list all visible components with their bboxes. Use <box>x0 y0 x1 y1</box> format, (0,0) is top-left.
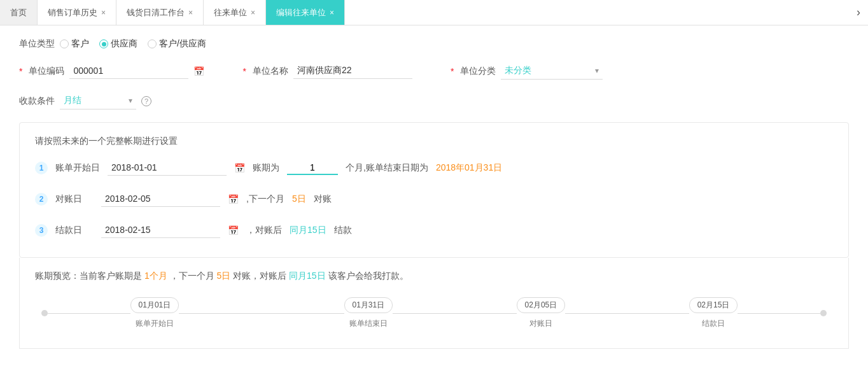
period-row3-highlight: 同月15日 <box>290 225 326 236</box>
period-month-suffix: 个月,账单结束日期为 <box>346 162 428 174</box>
timeline: 01月01日 账单开始日 01月31日 账单结束日 02月05日 对账日 02月… <box>35 297 833 329</box>
preview-section: 账期预览：当前客户账期是 1个月 ，下一个月 5日 对账，对账后 同月15日 该… <box>19 258 849 349</box>
preview-prefix: 账期预览：当前客户账期是 <box>35 271 142 281</box>
period-num-2: 2 <box>35 193 48 206</box>
timeline-node3-label: 对账日 <box>529 318 552 329</box>
timeline-node2-bubble: 01月31日 <box>344 297 393 313</box>
radio-customer-circle <box>60 39 69 48</box>
tab-edit-partner-close[interactable]: × <box>330 8 334 17</box>
radio-both-label: 客户/供应商 <box>159 38 206 50</box>
timeline-node1-bubble: 01月01日 <box>130 297 179 313</box>
radio-supplier-circle <box>99 39 108 48</box>
unit-class-select[interactable]: 未分类 ▾ <box>501 62 603 80</box>
period-cal-2[interactable]: 📅 <box>228 194 239 204</box>
period-row-2: 2 对账日 📅 ,下一个月 5日 对账 <box>35 191 833 207</box>
tab-partner-close[interactable]: × <box>251 8 255 17</box>
timeline-node4-label: 结款日 <box>702 318 725 329</box>
main-content: 单位类型 客户 供应商 客户/供应商 * 单位编码 <box>0 25 868 387</box>
radio-supplier[interactable]: 供应商 <box>99 38 137 50</box>
timeline-line-4 <box>565 313 689 314</box>
tab-partner[interactable]: 往来单位 × <box>204 0 266 25</box>
unit-code-icon[interactable]: 📅 <box>193 66 204 76</box>
timeline-node-3: 02月05日 对账日 <box>517 297 566 329</box>
tab-edit-partner-label: 编辑往来单位 <box>276 7 326 18</box>
unit-name-group: * 单位名称 <box>242 63 412 79</box>
tab-home-label: 首页 <box>10 7 27 18</box>
period-row3-suffix: 结款 <box>334 225 352 236</box>
timeline-node4-bubble: 02月15日 <box>689 297 738 313</box>
period-box: 请按照未来的一个完整帐期进行设置 1 账单开始日 📅 账期为 个月,账单结束日期… <box>19 122 849 258</box>
period-row2-highlight: 5日 <box>292 194 306 205</box>
period-end-date: 2018年01月31日 <box>436 162 502 174</box>
period-row-1: 1 账单开始日 📅 账期为 个月,账单结束日期为 2018年01月31日 <box>35 160 833 176</box>
preview-suffix: 该客户会给我打款。 <box>328 271 409 281</box>
preview-highlight3: 同月15日 <box>289 271 326 281</box>
tab-cash-work[interactable]: 钱货日清工作台 × <box>116 0 204 25</box>
unit-code-label: 单位编码 <box>29 66 64 77</box>
preview-highlight2: 5日 <box>216 271 230 281</box>
payment-group: 收款条件 月结 ▾ ? <box>19 92 151 109</box>
period-suffix-before: 账期为 <box>253 162 279 174</box>
unit-class-required: * <box>451 66 454 76</box>
radio-both[interactable]: 客户/供应商 <box>148 38 206 50</box>
radio-both-circle <box>148 39 157 48</box>
unit-class-group: * 单位分类 未分类 ▾ <box>451 62 603 80</box>
timeline-node-2: 01月31日 账单结束日 <box>344 297 393 329</box>
period-num-1: 1 <box>35 162 48 174</box>
period-title: 请按照未来的一个完整帐期进行设置 <box>35 136 833 147</box>
period-cal-1[interactable]: 📅 <box>234 163 245 173</box>
unit-class-arrow-icon: ▾ <box>595 66 599 75</box>
radio-group: 客户 供应商 客户/供应商 <box>60 38 206 50</box>
radio-customer-label: 客户 <box>71 38 89 50</box>
preview-mid1: ，下一个月 <box>170 271 214 281</box>
period-label-3: 结款日 <box>55 225 94 236</box>
payment-label: 收款条件 <box>19 95 55 107</box>
unit-code-input[interactable] <box>69 63 188 79</box>
tab-sales-history[interactable]: 销售订单历史 × <box>38 0 116 25</box>
unit-code-required: * <box>19 66 22 76</box>
timeline-node3-bubble: 02月05日 <box>517 297 566 313</box>
period-label-2: 对账日 <box>55 194 94 205</box>
timeline-left-dot <box>41 310 48 316</box>
unit-class-label: 单位分类 <box>460 66 496 77</box>
unit-info-row: * 单位编码 📅 * 单位名称 * 单位分类 未分类 ▾ <box>19 62 849 80</box>
payment-value: 月结 <box>64 95 125 106</box>
timeline-line-2 <box>179 313 344 314</box>
period-date-2[interactable] <box>101 191 220 207</box>
timeline-right-dot <box>820 310 827 316</box>
unit-name-required: * <box>242 66 246 76</box>
period-date-3[interactable] <box>101 222 220 238</box>
period-date-1[interactable] <box>108 160 227 176</box>
tab-cash-work-label: 钱货日清工作台 <box>127 7 185 18</box>
tab-edit-partner[interactable]: 编辑往来单位 × <box>266 0 345 25</box>
unit-class-value: 未分类 <box>505 65 591 76</box>
period-label-1: 账单开始日 <box>55 162 100 174</box>
radio-supplier-label: 供应商 <box>111 38 137 50</box>
period-row2-prefix: ,下一个月 <box>246 194 284 205</box>
unit-type-label: 单位类型 <box>19 38 55 50</box>
period-month-input[interactable] <box>287 161 338 175</box>
payment-arrow-icon: ▾ <box>129 96 132 105</box>
preview-highlight1: 1个月 <box>144 271 167 281</box>
payment-select[interactable]: 月结 ▾ <box>60 92 136 109</box>
timeline-line-5 <box>738 313 820 314</box>
timeline-node-4: 02月15日 结款日 <box>689 297 738 329</box>
payment-help-icon[interactable]: ? <box>141 96 151 106</box>
tab-partner-label: 往来单位 <box>214 7 247 18</box>
timeline-line-1 <box>48 313 130 314</box>
tab-sales-history-close[interactable]: × <box>101 8 106 17</box>
timeline-node1-label: 账单开始日 <box>136 318 174 329</box>
unit-name-input[interactable] <box>293 63 412 79</box>
tab-home[interactable]: 首页 <box>0 0 38 25</box>
tab-sales-history-label: 销售订单历史 <box>48 7 97 18</box>
tab-cash-work-close[interactable]: × <box>188 8 193 17</box>
period-row3-prefix: ，对账后 <box>246 225 282 236</box>
period-row-3: 3 结款日 📅 ，对账后 同月15日 结款 <box>35 222 833 238</box>
radio-customer[interactable]: 客户 <box>60 38 89 50</box>
period-cal-3[interactable]: 📅 <box>228 225 239 236</box>
period-row2-suffix: 对账 <box>314 194 332 205</box>
tab-bar: 首页 销售订单历史 × 钱货日清工作台 × 往来单位 × 编辑往来单位 × › <box>0 0 868 25</box>
tab-expand-btn[interactable]: › <box>849 0 868 25</box>
timeline-node-1: 01月01日 账单开始日 <box>130 297 179 329</box>
preview-mid2: 对账，对账后 <box>233 271 286 281</box>
